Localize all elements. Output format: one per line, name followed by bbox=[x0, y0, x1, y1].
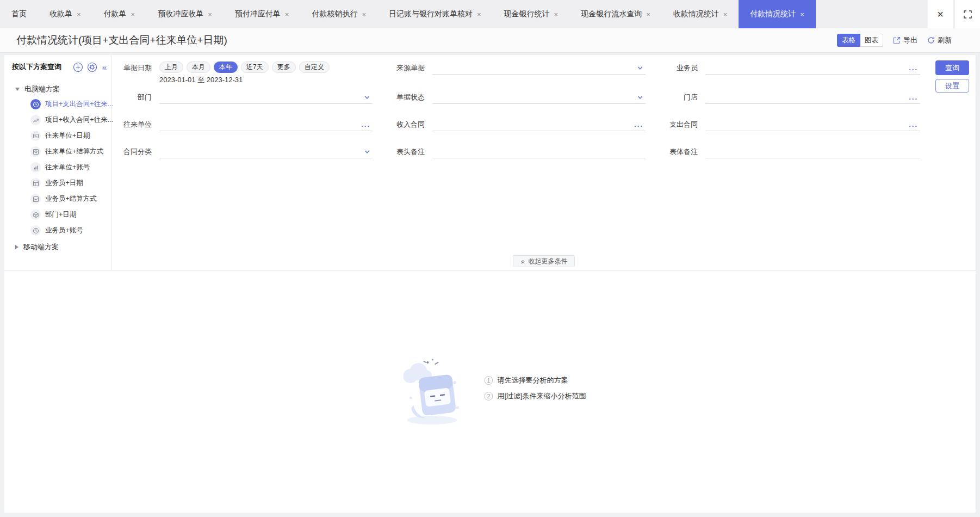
query-button[interactable]: 查询 bbox=[935, 60, 969, 75]
add-scheme-icon[interactable] bbox=[73, 62, 83, 72]
scheme-item[interactable]: 往来单位+结算方式 bbox=[4, 144, 111, 159]
filter-label-doc-date: 单据日期 bbox=[111, 61, 159, 75]
double-chevron-up-icon bbox=[520, 258, 526, 264]
scheme-item-label: 业务员+账号 bbox=[45, 226, 83, 235]
chevron-down-icon[interactable] bbox=[637, 94, 643, 101]
date-preset-last7days[interactable]: 近7天 bbox=[241, 61, 269, 73]
expense-contract-picker[interactable]: ... bbox=[705, 118, 920, 131]
card-icon bbox=[30, 131, 41, 141]
tab-home[interactable]: 首页 bbox=[0, 0, 38, 28]
tab-label: 预付冲应付单 bbox=[235, 9, 281, 19]
clock-icon bbox=[30, 225, 41, 236]
filter-label-partner: 往来单位 bbox=[111, 118, 159, 131]
partner-picker[interactable]: ... bbox=[159, 118, 373, 131]
view-table-button[interactable]: 表格 bbox=[837, 34, 860, 47]
tab-receipt[interactable]: 收款单× bbox=[38, 0, 92, 28]
tab-label: 现金银行统计 bbox=[504, 9, 550, 19]
scheme-item[interactable]: 业务员+结算方式 bbox=[4, 191, 111, 207]
doc-status-select[interactable] bbox=[432, 91, 646, 104]
tab-payment-writeoff[interactable]: 付款核销执行× bbox=[300, 0, 377, 28]
tab-cash-bank-flow[interactable]: 现金银行流水查询× bbox=[569, 0, 662, 28]
hint-row: 2 用[过滤]条件来缩小分析范围 bbox=[484, 391, 586, 401]
scheme-item[interactable]: 业务员+日期 bbox=[4, 175, 111, 191]
source-doc-select[interactable] bbox=[432, 61, 646, 75]
scheme-item-label: 项目+收入合同+往来... bbox=[45, 115, 113, 125]
close-icon[interactable]: × bbox=[285, 10, 289, 19]
export-label: 导出 bbox=[903, 35, 917, 45]
tab-payment[interactable]: 付款单× bbox=[92, 0, 147, 28]
fullscreen-button[interactable] bbox=[955, 0, 980, 28]
filter-label-income-contract: 收入合同 bbox=[373, 118, 432, 131]
salesman-picker[interactable]: ... bbox=[705, 61, 920, 75]
window-close-button[interactable]: × bbox=[928, 0, 953, 28]
collapse-conditions-label: 收起更多条件 bbox=[529, 257, 568, 266]
close-icon[interactable]: × bbox=[477, 10, 481, 19]
close-icon[interactable]: × bbox=[800, 10, 804, 19]
empty-illustration bbox=[394, 348, 470, 429]
settings-button[interactable]: 设置 bbox=[935, 79, 969, 93]
hint-text: 请先选择要分析的方案 bbox=[497, 376, 568, 385]
caret-right-icon bbox=[15, 245, 18, 249]
ellipsis-icon[interactable]: ... bbox=[909, 64, 918, 71]
tab-prepay-offset[interactable]: 预付冲应付单× bbox=[224, 0, 301, 28]
close-icon[interactable]: × bbox=[208, 10, 212, 19]
export-button[interactable]: 导出 bbox=[893, 35, 917, 45]
department-select[interactable] bbox=[159, 91, 373, 104]
date-preset-this-month[interactable]: 本月 bbox=[187, 61, 210, 73]
chevron-down-icon[interactable] bbox=[364, 149, 370, 155]
scheme-item[interactable]: 往来单位+日期 bbox=[4, 128, 111, 144]
tab-label: 预收冲应收单 bbox=[158, 9, 203, 19]
date-range-value[interactable]: 2023-01-01 至 2023-12-31 bbox=[159, 75, 373, 85]
tab-journal-bank-check[interactable]: 日记账与银行对账单核对× bbox=[377, 0, 493, 28]
scheme-item[interactable]: 业务员+账号 bbox=[4, 223, 111, 238]
ellipsis-icon[interactable]: ... bbox=[909, 94, 918, 101]
scheme-item-label: 往来单位+结算方式 bbox=[45, 147, 103, 156]
collapse-sidebar-icon[interactable]: « bbox=[101, 63, 107, 71]
chevron-down-icon[interactable] bbox=[364, 94, 370, 101]
date-preset-custom[interactable]: 自定义 bbox=[299, 61, 330, 73]
close-icon: × bbox=[937, 8, 944, 21]
contract-category-select[interactable] bbox=[159, 145, 373, 158]
close-icon[interactable]: × bbox=[77, 10, 81, 19]
store-picker[interactable]: ... bbox=[705, 91, 920, 104]
body-memo-input[interactable] bbox=[705, 145, 920, 158]
scheme-item-label: 业务员+日期 bbox=[45, 179, 83, 188]
tab-label: 收款情况统计 bbox=[673, 9, 719, 19]
close-icon[interactable]: × bbox=[131, 10, 135, 19]
scheme-item[interactable]: 往来单位+账号 bbox=[4, 159, 111, 175]
date-preset-more[interactable]: 更多 bbox=[272, 61, 296, 73]
date-preset-last-month[interactable]: 上月 bbox=[159, 61, 183, 73]
tab-payment-stats-active[interactable]: 付款情况统计× bbox=[739, 0, 816, 28]
close-icon[interactable]: × bbox=[554, 10, 559, 19]
date-preset-group: 上月 本月 本年 近7天 更多 自定义 bbox=[159, 61, 373, 73]
collapse-conditions-button[interactable]: 收起更多条件 bbox=[513, 255, 575, 267]
filter-label-salesman: 业务员 bbox=[646, 61, 705, 75]
tree-group-pc[interactable]: 电脑端方案 bbox=[4, 82, 111, 96]
scheme-item[interactable]: 项目+收入合同+往来... bbox=[4, 112, 111, 128]
ellipsis-icon[interactable]: ... bbox=[909, 121, 918, 128]
gear-icon[interactable] bbox=[87, 62, 97, 72]
header-memo-input[interactable] bbox=[432, 145, 646, 158]
tab-receipt-stats[interactable]: 收款情况统计× bbox=[662, 0, 739, 28]
close-icon[interactable]: × bbox=[646, 10, 650, 19]
refresh-button[interactable]: 刷新 bbox=[927, 35, 952, 45]
ellipsis-icon[interactable]: ... bbox=[634, 121, 643, 128]
tab-cash-bank-stats[interactable]: 现金银行统计× bbox=[493, 0, 570, 28]
date-preset-this-year[interactable]: 本年 bbox=[214, 61, 238, 73]
tab-label: 付款核销执行 bbox=[312, 9, 357, 19]
tree-group-mobile[interactable]: 移动端方案 bbox=[4, 240, 111, 254]
tab-prereceipt-offset[interactable]: 预收冲应收单× bbox=[146, 0, 224, 28]
close-icon[interactable]: × bbox=[723, 10, 728, 19]
close-icon[interactable]: × bbox=[362, 10, 366, 19]
sidebar-title: 按以下方案查询 bbox=[12, 62, 61, 72]
scheme-sidebar: 按以下方案查询 « 电脑端方案 项目+支出合同+往来... bbox=[4, 55, 111, 270]
chevron-down-icon[interactable] bbox=[637, 65, 643, 71]
refresh-icon bbox=[927, 36, 935, 44]
ellipsis-icon[interactable]: ... bbox=[361, 121, 370, 128]
grid-icon bbox=[30, 178, 41, 188]
income-contract-picker[interactable]: ... bbox=[432, 118, 646, 131]
view-chart-button[interactable]: 图表 bbox=[860, 34, 883, 47]
scheme-item-label: 项目+支出合同+往来... bbox=[45, 100, 113, 109]
scheme-item[interactable]: 项目+支出合同+往来... bbox=[4, 96, 111, 112]
scheme-item[interactable]: 部门+日期 bbox=[4, 207, 111, 223]
